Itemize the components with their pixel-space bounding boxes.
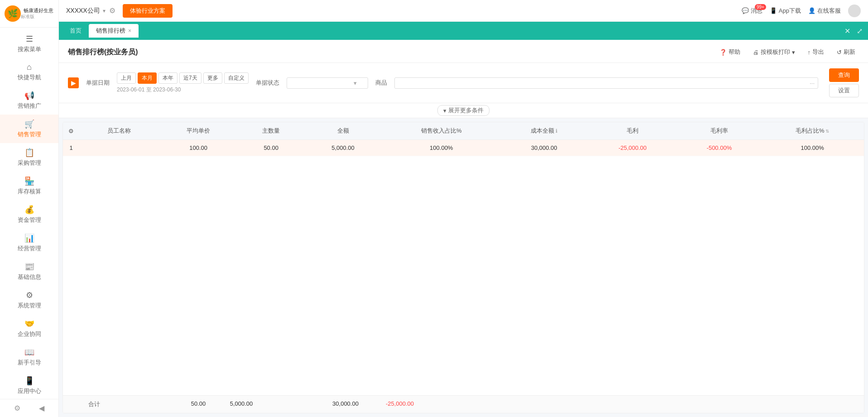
tabbar: 首页销售排行榜× ✕ ⤢ — [59, 22, 868, 40]
sidebar-item-app-center[interactable]: 📱 应用中心 — [0, 371, 58, 399]
help-icon: ❓ — [719, 49, 727, 56]
company-name: XXXXX公司 — [66, 7, 100, 15]
user-avatar[interactable] — [848, 5, 861, 17]
sidebar-item-system[interactable]: ⚙ 系统管理 — [0, 286, 58, 314]
sidebar-item-marketing[interactable]: 📢 营销推广 — [0, 86, 58, 115]
page-content: 销售排行榜(按业务员) ❓ 帮助 🖨 按模板打印 ▾ ↑ 导出 ↺ 刷新 — [59, 40, 868, 417]
th-sales-pct: 销售收入占比% — [382, 122, 501, 140]
messages-btn[interactable]: 💬 消息 99+ — [742, 7, 762, 15]
filter-row: ▶ 单据日期 上月本月本年近7天更多自定义 2023-06-01 至 2023-… — [68, 68, 859, 97]
sidebar-item-enterprise[interactable]: 🤝 企业协同 — [0, 314, 58, 343]
sidebar-collapse-icon[interactable]: ◀ — [39, 404, 44, 412]
date-filter-group: 上月本月本年近7天更多自定义 2023-06-01 至 2023-06-30 — [117, 72, 249, 94]
trial-button[interactable]: 体验行业方案 — [123, 4, 173, 18]
logo-badge: 标准版 — [21, 14, 53, 20]
nav-icon-sales: 🛒 — [24, 119, 34, 129]
content-header: 销售排行榜(按业务员) ❓ 帮助 🖨 按模板打印 ▾ ↑ 导出 ↺ 刷新 — [59, 40, 868, 63]
tab-close-sales-rank[interactable]: × — [128, 28, 131, 34]
print-icon: 🖨 — [753, 49, 759, 56]
sidebar-logo: 🌿 畅康通好生意 标准版 — [0, 0, 58, 28]
table-footer: 合计 50.00 5,000.00 30,000.00 -25,000.00 — [63, 395, 864, 413]
sidebar-item-guide[interactable]: 📖 新手引导 — [0, 343, 58, 371]
date-btn-上月[interactable]: 上月 — [117, 72, 136, 84]
nav-label-quick-nav: 快捷导航 — [18, 73, 41, 81]
maximize-icon[interactable]: ⤢ — [855, 25, 864, 37]
goods-input[interactable] — [394, 77, 818, 89]
filter-toggle-btn[interactable]: ▶ — [68, 77, 79, 88]
date-btn-更多[interactable]: 更多 — [203, 72, 222, 84]
gross-pct-sort-icon[interactable]: ⇅ — [825, 129, 829, 134]
nav-icon-search: ☰ — [26, 34, 33, 44]
table-head: ⚙ 员工名称 平均单价 主数量 全额 销售收入占比% 成本全额 ℹ 毛利 — [63, 122, 864, 140]
cell-avg-price: 100.00 — [158, 140, 238, 156]
sidebar-item-purchase[interactable]: 📋 采购管理 — [0, 143, 58, 172]
date-btn-自定义[interactable]: 自定义 — [224, 72, 249, 84]
date-btn-近7天[interactable]: 近7天 — [179, 72, 201, 84]
online-service-btn[interactable]: 👤 在线客服 — [808, 7, 841, 15]
help-button[interactable]: ❓ 帮助 — [716, 46, 744, 58]
sidebar-item-finance[interactable]: 💰 资金管理 — [0, 200, 58, 229]
print-button[interactable]: 🖨 按模板打印 ▾ — [749, 46, 799, 58]
cost-info-icon[interactable]: ℹ — [556, 128, 557, 134]
status-chevron-icon: ▾ — [354, 80, 357, 86]
date-btn-本月[interactable]: 本月 — [138, 72, 157, 84]
data-table: ⚙ 员工名称 平均单价 主数量 全额 销售收入占比% 成本全额 ℹ 毛利 — [63, 122, 864, 156]
sidebar-item-operations[interactable]: 📊 经营管理 — [0, 229, 58, 257]
expand-button[interactable]: ▾ 展开更多条件 — [437, 105, 489, 116]
online-service-label: 在线客服 — [817, 7, 841, 15]
nav-label-sales: 销售管理 — [18, 130, 41, 139]
table-row: 1 100.00 50.00 5,000.00 100.00% 30,000.0… — [63, 140, 864, 156]
status-select[interactable]: ▾ — [287, 77, 368, 89]
sidebar-footer: ⚙ ◀ — [0, 399, 58, 417]
nav-icon-inventory: 🏪 — [24, 176, 34, 186]
nav-icon-app-center: 📱 — [24, 376, 34, 386]
date-btn-本年[interactable]: 本年 — [158, 72, 177, 84]
service-icon: 👤 — [808, 7, 815, 14]
nav-label-operations: 经营管理 — [18, 244, 41, 253]
tab-sales-rank[interactable]: 销售排行榜× — [89, 24, 139, 38]
logo-text: 畅康通好生意 — [24, 7, 53, 14]
company-selector[interactable]: XXXXX公司 ▾ — [66, 7, 106, 15]
footer-label: 合计 — [88, 401, 100, 407]
topbar: XXXXX公司 ▾ ⚙ 体验行业方案 💬 消息 99+ 📱 App下载 👤 在线… — [59, 0, 868, 22]
cell-gross-rate: -500.00% — [677, 140, 761, 156]
settings-button[interactable]: 设置 — [829, 84, 859, 97]
close-tab-icon[interactable]: ✕ — [843, 25, 852, 37]
cell-cost: 30,000.00 — [501, 140, 588, 156]
sidebar-item-basics[interactable]: 📰 基础信息 — [0, 257, 58, 286]
th-name: 员工名称 — [79, 122, 158, 140]
tab-home[interactable]: 首页 — [62, 24, 89, 38]
nav-icon-enterprise: 🤝 — [24, 319, 34, 329]
sidebar-nav: ☰ 搜索菜单 ⌂ 快捷导航 📢 营销推广 🛒 销售管理 📋 采购管理 🏪 库存核… — [0, 28, 58, 399]
cell-qty: 50.00 — [238, 140, 304, 156]
tabs-container: 首页销售排行榜× — [62, 24, 139, 38]
app-download-btn[interactable]: 📱 App下载 — [770, 7, 801, 15]
sidebar-item-inventory[interactable]: 🏪 库存核算 — [0, 172, 58, 200]
nav-icon-quick-nav: ⌂ — [27, 62, 32, 72]
query-button[interactable]: 查询 — [829, 68, 859, 82]
nav-label-system: 系统管理 — [18, 302, 41, 310]
sidebar-item-search[interactable]: ☰ 搜索菜单 — [0, 29, 58, 58]
nav-label-app-center: 应用中心 — [18, 387, 41, 395]
nav-label-guide: 新手引导 — [18, 359, 41, 367]
footer-gross: -25,000.00 — [386, 400, 414, 407]
sidebar-item-quick-nav[interactable]: ⌂ 快捷导航 — [0, 58, 58, 86]
sidebar-item-sales[interactable]: 🛒 销售管理 — [0, 115, 58, 143]
date-range: 2023-06-01 至 2023-06-30 — [117, 86, 249, 94]
main-container: XXXXX公司 ▾ ⚙ 体验行业方案 💬 消息 99+ 📱 App下载 👤 在线… — [59, 0, 868, 417]
goods-more-icon[interactable]: ··· — [810, 80, 815, 86]
th-settings[interactable]: ⚙ — [63, 122, 79, 140]
refresh-button[interactable]: ↺ 刷新 — [833, 46, 859, 58]
th-amount: 全额 — [304, 122, 382, 140]
topbar-settings-icon[interactable]: ⚙ — [109, 6, 115, 15]
th-cost: 成本全额 ℹ — [501, 122, 588, 140]
expand-row: ▾ 展开更多条件 — [59, 103, 868, 118]
th-gross: 毛利 — [588, 122, 678, 140]
nav-label-enterprise: 企业协同 — [18, 330, 41, 338]
action-buttons: 查询 设置 — [829, 68, 859, 97]
export-icon: ↑ — [808, 49, 811, 56]
sidebar-settings-icon[interactable]: ⚙ — [14, 404, 20, 412]
cell-rank: 1 — [63, 140, 79, 156]
export-button[interactable]: ↑ 导出 — [804, 46, 828, 58]
expand-icon: ▾ — [443, 107, 446, 114]
